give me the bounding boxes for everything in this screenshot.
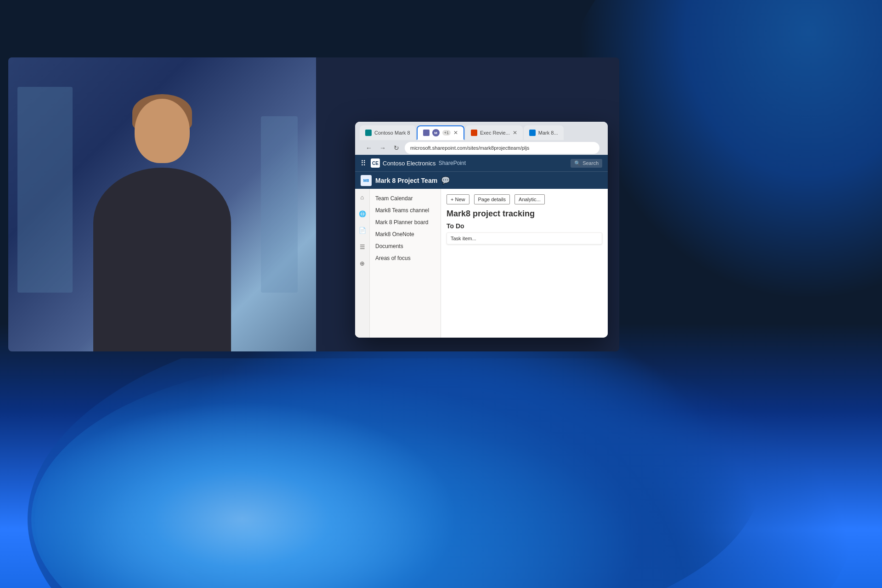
main-frame: Contoso Mark 8 M +1 ✕ Exec Revie... ✕	[8, 57, 619, 351]
nav-globe-icon[interactable]: 🌐	[358, 209, 367, 218]
sidebar-item-focus[interactable]: Areas of focus	[370, 252, 441, 264]
browser-window: Contoso Mark 8 M +1 ✕ Exec Revie... ✕	[355, 122, 608, 338]
browser-chrome: Contoso Mark 8 M +1 ✕ Exec Revie... ✕	[355, 122, 608, 155]
person-head	[135, 99, 190, 163]
search-label: Search	[582, 160, 599, 166]
new-button[interactable]: + New	[447, 194, 469, 204]
tab-close-exec[interactable]: ✕	[513, 130, 517, 136]
sp-left-nav: ⌂ 🌐 📄 ☰ ⊕	[355, 189, 370, 338]
tab-count-badge: +1	[442, 130, 451, 136]
tab-label-contoso: Contoso Mark 8	[374, 130, 410, 136]
company-name: Contoso Electronics	[383, 160, 436, 167]
tab-favicon-mark8	[423, 130, 430, 136]
page-title: Mark8 project tracking	[447, 209, 602, 219]
forward-button[interactable]: →	[377, 142, 388, 153]
tab-label-exec: Exec Revie...	[480, 130, 510, 136]
sp-content: Team Calendar Mark8 Teams channel Mark 8…	[370, 189, 608, 338]
sp-sidebar: Team Calendar Mark8 Teams channel Mark 8…	[370, 189, 441, 338]
contoso-logo-icon: CE	[371, 158, 380, 168]
site-icon: M8	[361, 175, 372, 186]
sidebar-item-teams[interactable]: Mark8 Teams channel	[370, 204, 441, 216]
tab-avatar: M	[432, 129, 440, 136]
nav-pages-icon[interactable]: 📄	[358, 226, 367, 235]
browser-tabs: Contoso Mark 8 M +1 ✕ Exec Revie... ✕	[360, 125, 603, 140]
sp-body: ⌂ 🌐 📄 ☰ ⊕ Team Calendar Mark8 Teams chan…	[355, 189, 608, 338]
sp-suite-bar: M8 Mark 8 Project Team 💬	[355, 171, 608, 189]
tab-label-mark8b: Mark 8...	[538, 130, 558, 136]
search-icon: 🔍	[574, 160, 581, 166]
teams-icon[interactable]: 💬	[441, 176, 450, 185]
person-body	[93, 168, 231, 351]
sp-search[interactable]: 🔍 Search	[571, 159, 602, 168]
kanban-item-text: Task item...	[451, 236, 476, 241]
sharepoint-app: ⠿ CE Contoso Electronics SharePoint 🔍 Se…	[355, 155, 608, 338]
person-silhouette	[66, 85, 259, 351]
sidebar-item-documents[interactable]: Documents	[370, 240, 441, 252]
sidebar-item-onenote[interactable]: Mark8 OneNote	[370, 228, 441, 240]
tab-exec[interactable]: Exec Revie... ✕	[465, 125, 523, 140]
sp-top-bar: ⠿ CE Contoso Electronics SharePoint 🔍 Se…	[355, 155, 608, 171]
browser-toolbar: ← → ↻ microsoft.sharepoint.com/sites/mar…	[360, 140, 603, 156]
page-details-button[interactable]: Page details	[474, 194, 510, 204]
bg-panel-right	[261, 116, 298, 293]
video-person-area	[8, 57, 316, 351]
tab-favicon-exec	[471, 130, 477, 136]
bloom-decoration	[0, 358, 882, 588]
tab-favicon-contoso	[365, 130, 372, 136]
sp-command-bar: + New Page details Analytic...	[447, 194, 602, 204]
nav-home-icon[interactable]: ⌂	[358, 192, 367, 202]
sidebar-item-calendar[interactable]: Team Calendar	[370, 192, 441, 204]
sp-logo: CE Contoso Electronics SharePoint	[371, 158, 466, 168]
nav-docs-icon[interactable]: ☰	[358, 242, 367, 251]
nav-more-icon[interactable]: ⊕	[358, 259, 367, 268]
back-button[interactable]: ←	[363, 142, 374, 153]
tab-contoso[interactable]: Contoso Mark 8	[360, 125, 416, 140]
tab-mark8-active[interactable]: M +1 ✕	[417, 125, 464, 140]
kanban-column-todo: To Do	[447, 222, 602, 230]
tab-favicon-mark8b	[529, 130, 536, 136]
analytics-button[interactable]: Analytic...	[514, 194, 545, 204]
site-name: Mark 8 Project Team	[375, 177, 437, 184]
refresh-button[interactable]: ↻	[391, 142, 402, 153]
tab-close-mark8[interactable]: ✕	[453, 130, 458, 136]
sidebar-item-planner[interactable]: Mark 8 Planner board	[370, 216, 441, 228]
address-bar-url: microsoft.sharepoint.com/sites/mark8proj…	[410, 145, 529, 151]
sp-main-content: + New Page details Analytic... Mark8 pro…	[441, 189, 608, 338]
app-name: SharePoint	[439, 160, 466, 166]
bg-panel-left	[17, 87, 73, 293]
waffle-icon[interactable]: ⠿	[361, 159, 366, 168]
kanban-item[interactable]: Task item...	[447, 232, 602, 244]
address-bar[interactable]: microsoft.sharepoint.com/sites/mark8proj…	[405, 142, 599, 154]
tab-mark8b[interactable]: Mark 8...	[524, 125, 564, 140]
